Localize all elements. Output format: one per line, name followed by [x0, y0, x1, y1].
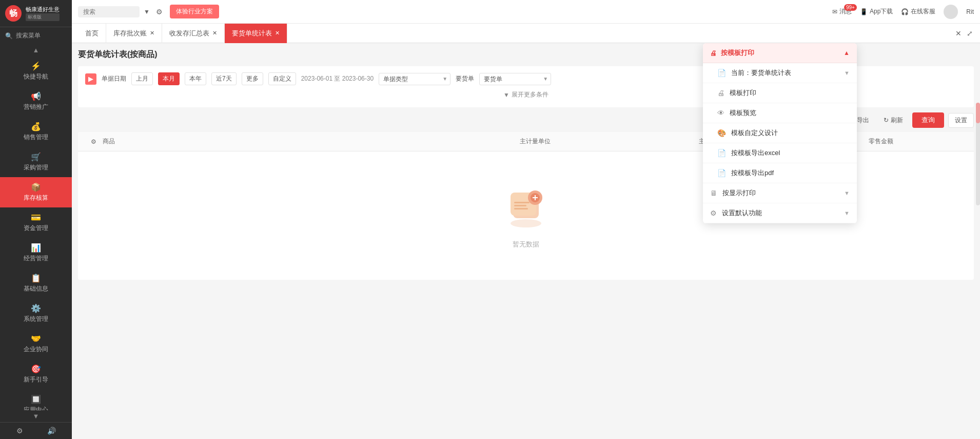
sidebar-item-inventory[interactable]: 📦 库存核算: [0, 177, 72, 207]
window-close-btn[interactable]: ✕: [954, 29, 963, 37]
sidebar-item-label: 基础信息: [24, 284, 48, 293]
sidebar-item-operations[interactable]: 📊 经营管理: [0, 238, 72, 268]
service-icon: 🎧: [901, 8, 909, 15]
messages-button[interactable]: ✉ 消息 99+: [832, 7, 852, 16]
sidebar-item-label: 库存核算: [24, 194, 48, 202]
date-current-month-btn[interactable]: 本月: [158, 72, 180, 85]
svg-rect-9: [514, 208, 528, 209]
sidebar-scroll-down[interactable]: ▼: [0, 410, 72, 422]
sidebar-footer: ⚙ 🔊: [0, 422, 72, 439]
dropdown-template-print[interactable]: 🖨 模板打印: [703, 83, 857, 103]
sidebar-search[interactable]: 🔍 搜索菜单: [0, 27, 72, 44]
tab-inventory-batch-close[interactable]: ✕: [150, 30, 154, 36]
tab-order-stats-close[interactable]: ✕: [275, 30, 280, 36]
template-design-label: 模板自定义设计: [731, 128, 778, 138]
topbar-search-input[interactable]: [78, 6, 140, 17]
scroll-thumb[interactable]: [976, 103, 980, 123]
marketing-icon: 📢: [31, 91, 41, 101]
sidebar-item-label: 经营管理: [24, 254, 48, 263]
template-design-icon: 🎨: [717, 129, 726, 137]
quick-nav-icon: ⚡: [31, 61, 41, 71]
sidebar-item-marketing[interactable]: 📢 营销推广: [0, 86, 72, 117]
online-service-button[interactable]: 🎧 在线客服: [901, 7, 935, 16]
template-print-label: 模板打印: [730, 88, 756, 98]
sidebar-item-label: 资金管理: [24, 224, 48, 233]
tab-receipts-summary[interactable]: 收发存汇总表 ✕: [162, 24, 225, 43]
svg-point-0: [511, 219, 541, 227]
expand-label: 展开更多条件: [512, 90, 548, 99]
order-type-select[interactable]: 单据类型: [379, 73, 450, 85]
empty-icon: [500, 182, 552, 234]
topbar-settings-icon[interactable]: ⚙: [156, 8, 163, 16]
export-label: 导出: [857, 116, 869, 125]
dropdown-set-default[interactable]: ⚙ 设置默认功能 ▼: [703, 203, 857, 223]
dropdown-title: 🖨 按模板打印: [710, 48, 754, 58]
th-goods: 商品: [103, 137, 448, 146]
topbar: ▼ ⚙ 体验行业方案 ✉ 消息 99+ 📱 App下载 🎧 在线客服 Rit: [72, 0, 980, 24]
sidebar-item-enterprise[interactable]: 🤝 企业协同: [0, 329, 72, 359]
template-pdf-icon: 📄: [717, 169, 726, 177]
date-range-text: 2023-06-01 至 2023-06-30: [301, 74, 374, 83]
tab-receipts-summary-close[interactable]: ✕: [212, 30, 217, 36]
tab-order-stats-label: 要货单统计表: [232, 29, 272, 38]
table-settings-btn[interactable]: 设置: [948, 113, 974, 128]
expand-more-btn[interactable]: ▼ 展开更多条件: [497, 88, 555, 101]
app-download-button[interactable]: 📱 App下载: [860, 7, 893, 16]
th-settings[interactable]: ⚙: [84, 138, 103, 145]
date-more-btn[interactable]: 更多: [242, 72, 263, 85]
sidebar-item-purchase[interactable]: 🛒 采购管理: [0, 147, 72, 177]
date-prev-month-btn[interactable]: 上月: [131, 72, 153, 85]
avatar[interactable]: [944, 5, 958, 19]
audio-footer-btn[interactable]: 🔊: [47, 427, 56, 435]
th-unit: 主计量单位: [448, 137, 621, 146]
app-download-label: App下载: [870, 7, 893, 16]
template-preview-label: 模板预览: [730, 108, 756, 118]
trial-button[interactable]: 体验行业方案: [170, 5, 219, 18]
sidebar-item-system[interactable]: ⚙️ 系统管理: [0, 298, 72, 329]
sidebar-scroll-up[interactable]: ▲: [0, 44, 72, 56]
main-area: ▼ ⚙ 体验行业方案 ✉ 消息 99+ 📱 App下载 🎧 在线客服 Rit 首…: [72, 0, 980, 439]
topbar-dropdown-arrow[interactable]: ▼: [144, 8, 150, 15]
template-preview-icon: 👁: [717, 109, 724, 117]
query-btn[interactable]: 查询: [912, 112, 944, 128]
date-7days-btn[interactable]: 近7天: [211, 72, 237, 85]
date-custom-btn[interactable]: 自定义: [268, 72, 296, 85]
dropdown-template-pdf[interactable]: 📄 按模板导出pdf: [703, 163, 857, 183]
tab-inventory-batch[interactable]: 库存批次账 ✕: [106, 24, 162, 43]
sidebar-item-label: 新手引导: [24, 375, 48, 384]
dropdown-template-preview[interactable]: 👁 模板预览: [703, 103, 857, 123]
date-this-year-btn[interactable]: 本年: [185, 72, 206, 85]
goods-filter-select[interactable]: 要货单: [479, 73, 551, 85]
sidebar-item-quick-nav[interactable]: ⚡ 快捷导航: [0, 56, 72, 86]
display-print-label: 按显示打印: [722, 188, 756, 198]
refresh-btn[interactable]: ↻ 刷新: [878, 113, 908, 127]
sidebar-item-label: 应用中心: [24, 406, 48, 410]
order-type-wrap: 单据类型 ▼: [379, 73, 450, 85]
dropdown-display-print[interactable]: 🖥 按显示打印 ▼: [703, 183, 857, 203]
app-download-icon: 📱: [860, 8, 868, 15]
sidebar-item-finance[interactable]: 💳 资金管理: [0, 207, 72, 238]
settings-footer-btn[interactable]: ⚙: [16, 427, 23, 435]
window-controls: ✕ ⤢: [954, 29, 974, 37]
tab-home-label: 首页: [85, 29, 99, 38]
dropdown-template-design[interactable]: 🎨 模板自定义设计: [703, 123, 857, 143]
display-print-arrow: ▼: [844, 190, 850, 196]
dropdown-current-template[interactable]: 📄 当前：要货单统计表 ▼: [703, 63, 857, 83]
window-expand-btn[interactable]: ⤢: [966, 29, 974, 37]
scroll-track[interactable]: [976, 103, 980, 205]
sidebar-item-guide[interactable]: 🎯 新手引导: [0, 359, 72, 389]
sidebar: 畅 畅康通好生意 标准版 🔍 搜索菜单 ▲ ⚡ 快捷导航 📢 营销推广 💰 销售…: [0, 0, 72, 439]
sidebar-item-apps[interactable]: 🔲 应用中心: [0, 389, 72, 410]
dropdown-collapse-arrow[interactable]: ▲: [844, 49, 850, 56]
sidebar-logo: 畅 畅康通好生意 标准版: [0, 0, 72, 27]
tab-home[interactable]: 首页: [78, 24, 106, 43]
tab-order-stats[interactable]: 要货单统计表 ✕: [225, 24, 287, 43]
filter-toggle-btn[interactable]: ▶: [85, 73, 96, 85]
sidebar-item-sales[interactable]: 💰 销售管理: [0, 117, 72, 147]
username-label: Rit: [966, 8, 974, 15]
dropdown-template-excel[interactable]: 📄 按模板导出excel: [703, 143, 857, 163]
sidebar-item-label: 企业协同: [24, 345, 48, 354]
date-filter-label: 单据日期: [102, 74, 126, 83]
dropdown-menu: 🖨 按模板打印 ▲ 📄 当前：要货单统计表 ▼ 🖨 模板打印 👁 模板预览 🎨: [703, 43, 857, 223]
sidebar-item-basics[interactable]: 📋 基础信息: [0, 268, 72, 298]
